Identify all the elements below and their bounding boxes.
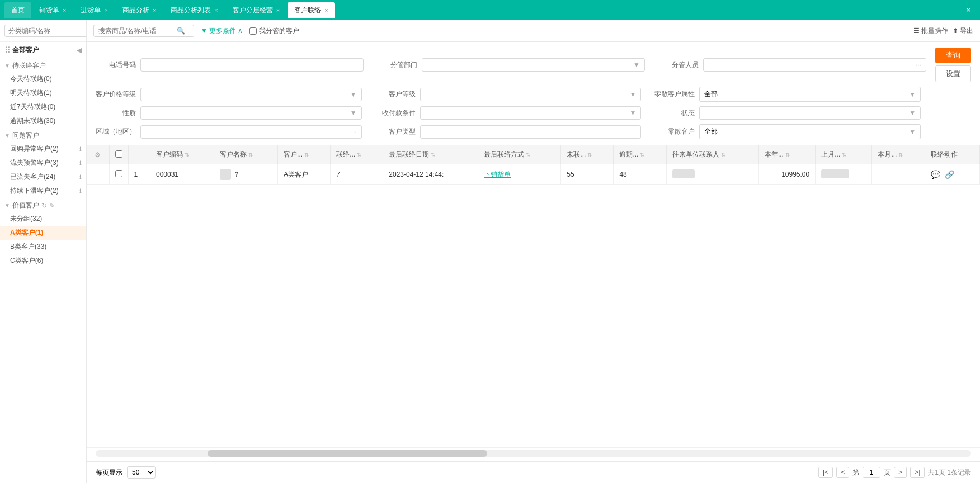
col-overdue-label: 逾期... xyxy=(619,150,638,159)
refresh-icon[interactable]: ↻ xyxy=(41,202,47,210)
first-page-btn[interactable]: |< xyxy=(818,467,833,478)
row-select-checkbox[interactable] xyxy=(115,170,123,177)
nav-tab-purchase-close[interactable]: × xyxy=(104,7,107,13)
status-select[interactable]: ▼ xyxy=(699,106,921,120)
customer-type-input[interactable] xyxy=(420,125,642,139)
scattered-label: 零散客户 xyxy=(654,127,699,136)
price-level-select[interactable]: ▼ xyxy=(140,88,362,101)
sidebar-group-problem[interactable]: ▼ 问题客户 xyxy=(0,128,86,142)
col-overdue[interactable]: 逾期... ⇅ xyxy=(614,145,666,164)
col-last-month[interactable]: 上月... ⇅ xyxy=(816,145,872,164)
col-last-contact-date[interactable]: 最后联络日期 ⇅ xyxy=(383,145,478,164)
info-icon-3: ℹ xyxy=(79,174,82,180)
col-customer-level[interactable]: 客户... ⇅ xyxy=(278,145,331,164)
page-size-select[interactable]: 50 100 200 xyxy=(127,466,156,479)
my-customers-checkbox[interactable] xyxy=(249,27,257,35)
edit-icon[interactable]: ✎ xyxy=(49,202,55,210)
nav-tab-customer-contact-label: 客户联络 xyxy=(294,6,321,15)
nav-tab-customer-layer[interactable]: 客户分层经营 × xyxy=(226,2,286,18)
nav-tab-customer-contact[interactable]: 客户联络 × xyxy=(288,2,334,18)
area-dots: ··· xyxy=(351,128,357,136)
sidebar-item-today[interactable]: 今天待联络(0) xyxy=(0,72,86,86)
customer-level-label: 客户等级 xyxy=(375,89,420,99)
col-customer-code[interactable]: 客户编码 ⇅ xyxy=(150,145,214,164)
horizontal-scrollbar[interactable] xyxy=(96,450,971,457)
sidebar-all-customers[interactable]: ⠿ 全部客户 ◀ xyxy=(0,42,86,58)
export-button[interactable]: ⬆ 导出 xyxy=(953,26,973,36)
sidebar-group-value[interactable]: ▼ 价值客户 ↻ ✎ xyxy=(0,198,86,212)
row-contact-action: 💬 🔗 xyxy=(925,164,979,185)
sidebar-item-overdue[interactable]: 逾期未联络(30) xyxy=(0,114,86,128)
col-last-contact-method[interactable]: 最后联络方式 ⇅ xyxy=(478,145,561,164)
search-input[interactable] xyxy=(98,27,177,35)
sidebar-group-pending[interactable]: ▼ 待联络客户 xyxy=(0,58,86,72)
window-close-button[interactable]: × xyxy=(962,5,976,15)
sidebar-item-abnormal[interactable]: 回购异常客户(2) ℹ xyxy=(0,142,86,156)
nav-tab-sales-close[interactable]: × xyxy=(63,7,66,13)
scattered-value: 全部 xyxy=(704,127,718,136)
customer-level-select[interactable]: ▼ xyxy=(420,88,642,101)
scattered-select[interactable]: 全部 ▼ xyxy=(699,124,921,139)
message-icon[interactable]: 💬 xyxy=(931,170,940,179)
nav-tab-product-analysis-label: 商品分析 xyxy=(123,6,149,15)
col-this-year[interactable]: 本年... ⇅ xyxy=(758,145,815,164)
scattered-attr-label: 零散客户属性 xyxy=(654,89,699,99)
batch-op-button[interactable]: ☰ 批量操作 xyxy=(913,26,948,36)
col-contact-action: 联络动作 xyxy=(925,145,979,164)
nav-tab-product-analysis[interactable]: 商品分析 × xyxy=(116,2,163,18)
table-footer: 每页显示 50 100 200 |< < 第 页 > >| 共1页 1条记录 xyxy=(87,461,980,483)
filter-row-1: 电话号码 分管部门 ▼ 分管人员 ··· xyxy=(96,48,971,82)
col-unit-contact[interactable]: 往来单位联系人 ⇅ xyxy=(666,145,758,164)
person-select[interactable]: ··· xyxy=(703,58,926,72)
last-page-btn[interactable]: >| xyxy=(910,467,925,478)
nature-select[interactable]: ▼ xyxy=(140,106,362,120)
sidebar-item-lost[interactable]: 已流失客户(24) ℹ xyxy=(0,170,86,184)
row-last-contact-date: 2023-04-12 14:44: xyxy=(383,164,478,185)
sidebar-item-ungraded[interactable]: 未分组(32) xyxy=(0,212,86,226)
nav-tab-product-analysis-close[interactable]: × xyxy=(153,7,156,13)
select-all-checkbox[interactable] xyxy=(115,150,123,158)
row-last-contact-method[interactable]: 下销货单 xyxy=(478,164,561,185)
sidebar-item-7days[interactable]: 近7天待联络(0) xyxy=(0,100,86,114)
col-not-contacted[interactable]: 未联... ⇅ xyxy=(561,145,614,164)
sidebar-search-input[interactable] xyxy=(4,25,87,37)
scattered-attr-select[interactable]: 全部 ▼ xyxy=(699,87,921,102)
col-unit-contact-label: 往来单位联系人 xyxy=(672,150,719,159)
page-number-input[interactable] xyxy=(863,467,880,478)
sidebar-item-tomorrow[interactable]: 明天待联络(1) xyxy=(0,86,86,100)
pagination: |< < 第 页 > >| 共1页 1条记录 xyxy=(818,467,971,478)
query-button[interactable]: 查询 xyxy=(935,48,971,63)
filter-search-icon[interactable]: 🔍 xyxy=(177,27,185,35)
col-this-month[interactable]: 本月... ⇅ xyxy=(872,145,925,164)
sidebar-item-c-class[interactable]: C类客户(6) xyxy=(0,254,86,268)
phone-input[interactable] xyxy=(140,58,364,72)
link-icon[interactable]: 🔗 xyxy=(945,170,954,179)
sidebar-item-declining[interactable]: 持续下滑客户(2) ℹ xyxy=(0,184,86,198)
col-gear[interactable]: ⚙ xyxy=(87,145,109,164)
sidebar-collapse-icon[interactable]: ◀ xyxy=(77,46,82,54)
nav-tab-home[interactable]: 首页 xyxy=(4,2,31,18)
area-select[interactable]: ··· xyxy=(140,125,362,139)
payment-select[interactable]: ▼ xyxy=(420,106,642,120)
col-contact[interactable]: 联络... ⇅ xyxy=(331,145,383,164)
nav-tab-customer-layer-close[interactable]: × xyxy=(276,7,280,13)
prev-page-btn[interactable]: < xyxy=(836,467,849,478)
nav-tab-product-list-close[interactable]: × xyxy=(214,7,218,13)
more-conditions-btn[interactable]: ▼ 更多条件 ∧ xyxy=(201,26,243,36)
nav-tab-sales[interactable]: 销货单 × xyxy=(32,2,73,18)
col-last-month-label: 上月... xyxy=(821,150,840,159)
contact-method-link[interactable]: 下销货单 xyxy=(484,171,511,178)
sidebar-item-b-class[interactable]: B类客户(33) xyxy=(0,240,86,254)
nav-tab-customer-contact-close[interactable]: × xyxy=(324,7,328,13)
sort-icon-last-month: ⇅ xyxy=(842,151,846,158)
col-customer-name[interactable]: 客户名称 ⇅ xyxy=(214,145,278,164)
settings-button[interactable]: 设置 xyxy=(935,65,971,82)
nav-tab-purchase[interactable]: 进货单 × xyxy=(74,2,114,18)
nav-tab-product-list[interactable]: 商品分析列表 × xyxy=(164,2,224,18)
dept-select[interactable]: ▼ xyxy=(422,58,645,72)
sidebar-item-churn-warning[interactable]: 流失预警客户(3) ℹ xyxy=(0,156,86,170)
next-page-btn[interactable]: > xyxy=(894,467,907,478)
nature-label: 性质 xyxy=(96,108,140,118)
sidebar-item-a-class[interactable]: A类客户(1) xyxy=(0,226,86,240)
sort-icon-unit: ⇅ xyxy=(721,151,725,158)
